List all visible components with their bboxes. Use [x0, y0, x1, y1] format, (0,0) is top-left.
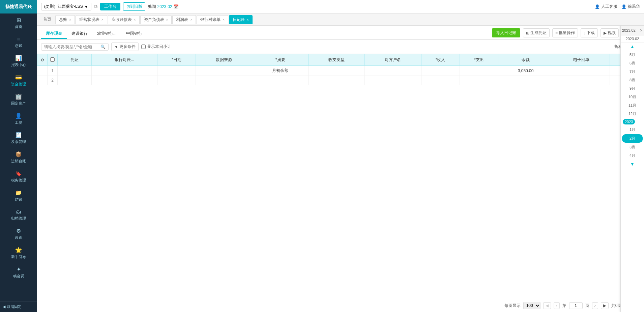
subtab-cash[interactable]: 库存现金 [41, 29, 67, 39]
show-daily-checkbox-label[interactable]: 显示本日小计 [141, 44, 171, 50]
tab-profit[interactable]: 利润表 × [172, 15, 196, 24]
sidebar-item-settings[interactable]: ⚙ 设置 [0, 224, 37, 244]
subtab-ccb[interactable]: 建设银行 [67, 29, 92, 39]
sidebar-item-tax[interactable]: 🔖 税务管理 [0, 167, 37, 186]
show-daily-checkbox[interactable] [141, 45, 146, 49]
sidebar-item-ledger[interactable]: ≡ 总账 [0, 33, 37, 52]
sidebar-item-assets-mgmt[interactable]: 💳 资金管理 [0, 71, 37, 90]
search-icon: 🔍 [100, 45, 106, 49]
per-page-select[interactable]: 20 50 100 200 [523, 302, 540, 309]
workstation-button[interactable]: 工作台 [100, 3, 120, 10]
unpin-button[interactable]: ◀ 取消固定 [0, 301, 37, 312]
calendar-nav-up[interactable]: ▲ [621, 42, 644, 51]
invoice-icon: 🧾 [15, 132, 22, 138]
tab-receivable-close[interactable]: × [134, 18, 136, 22]
sidebar-item-closing[interactable]: 📁 结账 [0, 186, 37, 205]
col-expense: *支出 [460, 54, 498, 66]
home-icon: ⊞ [17, 17, 21, 23]
month-12[interactable]: 12月 [621, 110, 644, 118]
download-icon: ↓ [584, 31, 586, 35]
calendar-icon[interactable]: 📅 [174, 4, 179, 9]
cal-down-icon[interactable]: ▼ [630, 161, 635, 167]
next-page-button[interactable]: › [592, 302, 598, 309]
dropdown-icon: ▼ [84, 4, 88, 9]
search-input[interactable] [44, 45, 99, 49]
batch-op-button[interactable]: ≡ 批量操作 [552, 28, 578, 37]
tab-journal[interactable]: 日记账 × [229, 15, 253, 24]
download-button[interactable]: ↓ 下载 [581, 28, 598, 37]
tab-home[interactable]: 首页 [40, 15, 55, 24]
sidebar-item-guide[interactable]: 🌟 新手引导 [0, 244, 37, 263]
tab-ledger-close[interactable]: × [69, 18, 71, 22]
col-ereceipt: 电子回单 [553, 54, 610, 66]
subtab-abc[interactable]: 农业银行... [92, 29, 121, 39]
cell-expense [460, 76, 498, 85]
video-icon: ▶ [604, 31, 607, 35]
month-2023-4[interactable]: 4月 [621, 151, 644, 160]
month-10[interactable]: 10月 [621, 93, 644, 101]
journal-table: ⚙ 凭证 银行对账... *日期 数据来源 *摘要 收支类型 对方户名 *收入 … [37, 54, 644, 85]
sidebar-item-label: 固定资产 [11, 101, 26, 106]
month-9[interactable]: 9月 [621, 84, 644, 93]
month-2023-3[interactable]: 3月 [621, 143, 644, 151]
month-2023-1[interactable]: 1月 [621, 125, 644, 134]
user-name: 徐温华 [628, 4, 640, 9]
month-8[interactable]: 8月 [621, 76, 644, 84]
month-11[interactable]: 11月 [621, 101, 644, 110]
col-voucher: 凭证 [58, 54, 92, 66]
tab-bank-close[interactable]: × [223, 18, 225, 22]
period-display: 账期 2023-02 📅 [148, 4, 179, 9]
year-2023-row: 2023 [621, 118, 644, 125]
cal-up-icon[interactable]: ▲ [630, 44, 635, 49]
sidebar-item-sales[interactable]: 📦 进销台账 [0, 148, 37, 167]
sidebar-item-invoice[interactable]: 🧾 发票管理 [0, 129, 37, 148]
select-all-checkbox[interactable] [50, 57, 55, 62]
gen-voucher-button[interactable]: ⊞ 生成凭证 [523, 28, 550, 37]
prev-page-button[interactable]: ‹ [554, 302, 560, 309]
tab-business-close[interactable]: × [101, 18, 104, 22]
sidebar-item-reports[interactable]: 📊 报表中心 [0, 52, 37, 71]
sidebar: 畅捷通易代账 ⊞ 首页 ≡ 总账 📊 报表中心 💳 资金管理 🏢 固定资产 👤 … [0, 0, 37, 312]
service-icon: 👤 [595, 4, 600, 9]
content-area: 库存现金 建设银行 农业银行... 中国银行 导入日记账 ⊞ 生成凭证 ≡ [37, 26, 644, 312]
tab-business[interactable]: 经营状况表 × [76, 15, 107, 24]
month-6[interactable]: 6月 [621, 59, 644, 67]
tab-profit-close[interactable]: × [190, 18, 192, 22]
tab-balance[interactable]: 资产负债表 × [140, 15, 172, 24]
sidebar-item-home[interactable]: ⊞ 首页 [0, 13, 37, 33]
sidebar-item-vip[interactable]: ✦ 畅会员 [0, 263, 37, 282]
tab-balance-close[interactable]: × [166, 18, 168, 22]
subtab-boc[interactable]: 中国银行 [121, 29, 147, 39]
first-page-button[interactable]: ◀ [543, 302, 551, 309]
sidebar-item-fixed-assets[interactable]: 🏢 固定资产 [0, 90, 37, 109]
calendar-close-button[interactable]: × [640, 28, 643, 33]
month-7[interactable]: 7月 [621, 67, 644, 76]
last-page-button[interactable]: ▶ [601, 302, 609, 309]
col-settings[interactable]: ⚙ [37, 54, 48, 66]
cell-source [196, 66, 252, 76]
user-menu[interactable]: 👤 徐温华 [621, 4, 640, 9]
sidebar-item-label: 结账 [15, 197, 22, 202]
col-counterparty: 对方户名 [365, 54, 421, 66]
month-2023-2[interactable]: 2月 [622, 134, 643, 143]
sidebar-item-label: 工资 [15, 120, 22, 125]
more-filter-button[interactable]: ▼ 更多条件 [111, 42, 139, 51]
sidebar-item-archive[interactable]: 🗂 归档管理 [0, 205, 37, 224]
col-check[interactable] [48, 54, 58, 66]
switch-old-button[interactable]: 切到旧版 [123, 2, 145, 11]
tab-bank[interactable]: 银行对账单 × [197, 15, 228, 24]
sidebar-item-label: 总账 [15, 43, 22, 48]
tab-receivable[interactable]: 应收账款表 × [108, 15, 140, 24]
company-selector[interactable]: (勿删）江西腿宝-LSS ▼ [41, 3, 91, 10]
copy-icon[interactable]: ⧉ [94, 4, 97, 9]
calendar-nav-down[interactable]: ▼ [621, 160, 644, 168]
tab-journal-close[interactable]: × [247, 18, 249, 22]
customer-service[interactable]: 👤 人工客服 [595, 4, 617, 9]
month-5[interactable]: 5月 [621, 51, 644, 59]
page-input[interactable] [569, 302, 583, 309]
import-journal-button[interactable]: 导入日记账 [492, 28, 520, 37]
search-box[interactable]: 🔍 [41, 43, 109, 51]
sidebar-item-salary[interactable]: 👤 工资 [0, 109, 37, 129]
tab-ledger[interactable]: 总账 × [55, 15, 75, 24]
video-button[interactable]: ▶ 视频 [601, 28, 619, 37]
